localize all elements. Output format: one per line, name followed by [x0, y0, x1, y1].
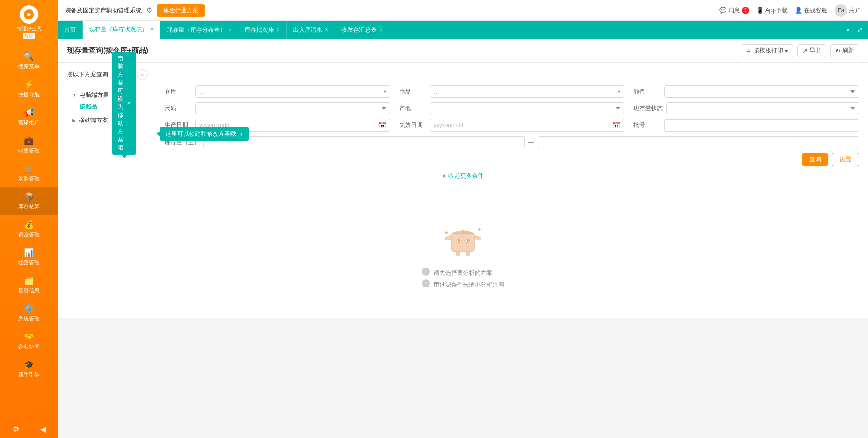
sidebar-item-label: 搜索菜单	[18, 63, 40, 71]
app-download-label: App下载	[765, 6, 788, 14]
origin-field: 产地	[399, 102, 625, 114]
sidebar-item-label: 营销推广	[18, 119, 40, 127]
marketing-icon: 📢	[24, 108, 34, 118]
top-header: 装备及固定资产辅助管理系统 ⚙ 体验行业方案 💬 消息 9 📱 App下载 👤 …	[58, 0, 868, 21]
trial-btn[interactable]: 体验行业方案	[157, 4, 205, 17]
back-btn[interactable]: «	[137, 69, 148, 80]
collapse-filter-btn[interactable]: ∧ 收起更多条件	[67, 168, 859, 184]
scheme-group-label: 电脑端方案	[80, 91, 109, 99]
stock-qty-max-input[interactable]	[538, 136, 859, 148]
sidebar-item-sales[interactable]: 💼 销售管理	[0, 131, 58, 159]
chevron-down-icon: ▾	[618, 89, 620, 94]
settings-gear-icon[interactable]: ⚙	[146, 6, 152, 14]
color-select[interactable]	[664, 85, 859, 98]
collapse-arrow-icon: ▼	[72, 93, 77, 98]
notification-label: 消息	[728, 6, 740, 14]
batch-no-input[interactable]	[664, 119, 859, 132]
export-icon: ↗	[802, 47, 807, 54]
app-download-btn[interactable]: 📱 App下载	[756, 6, 788, 14]
empty-step1: 1 请先选择要分析的方案	[422, 267, 504, 279]
tab-in-out-flow[interactable]: 出入库流水 ×	[287, 21, 335, 39]
size-field: 尺码	[165, 102, 390, 114]
sidebar-item-enterprise[interactable]: 🤝 企业协同	[0, 327, 58, 355]
expire-date-label: 失效日期	[399, 121, 426, 129]
sidebar-item-label: 系统管理	[18, 315, 40, 323]
size-label: 尺码	[165, 104, 192, 113]
tab-bar: 首页 现存量（库存状况表） × 现存量（库存分布表） × 库存批次账 × 出入库…	[58, 21, 868, 39]
tab-batch-ledger[interactable]: 库存批次账 ×	[238, 21, 287, 39]
close-all-tabs-btn[interactable]: ×	[844, 25, 852, 34]
svg-rect-8	[466, 251, 470, 256]
origin-select[interactable]	[430, 102, 625, 114]
sidebar-bottom: ⚙ ◀	[0, 420, 58, 438]
svg-rect-10	[474, 235, 481, 241]
enterprise-icon: 🤝	[24, 332, 34, 342]
main-area: 装备及固定资产辅助管理系统 ⚙ 体验行业方案 💬 消息 9 📱 App下载 👤 …	[58, 0, 868, 438]
sidebar-item-marketing[interactable]: 📢 营销推广	[0, 103, 58, 131]
sidebar-item-search[interactable]: 🔍 搜索菜单	[0, 47, 58, 75]
add-scheme-btn[interactable]: + 电脑方案可设为移动方案哦 ×	[112, 69, 123, 80]
warehouse-input[interactable]: ... ▾	[195, 85, 390, 98]
empty-illustration: ✦ ✦	[440, 217, 486, 258]
expire-date-input[interactable]: yyyy-mm-dd 📅	[430, 119, 625, 132]
mobile-icon: 📱	[756, 7, 764, 14]
step-num-2: 2	[422, 279, 430, 287]
tab-inventory-dist[interactable]: 现存量（库存分布表） ×	[160, 21, 238, 39]
expand-tab-btn[interactable]: ⤢	[855, 25, 864, 34]
tab-home[interactable]: 首页	[58, 21, 83, 39]
filter-area: 按以下方案查询 + 电脑方案可设为移动方案哦 ×	[58, 63, 868, 190]
sidebar-item-finance[interactable]: 💰 资金管理	[0, 215, 58, 243]
settings-btn[interactable]: ⚙	[13, 425, 19, 433]
refresh-btn[interactable]: ↻ 刷新	[830, 44, 859, 57]
filter-body: ▼ 电脑端方案 按照品 ▶ 移动端方案 这里可以	[67, 85, 859, 166]
export-btn[interactable]: ↗ 导出	[797, 44, 826, 57]
tab-close-inventory-status[interactable]: ×	[151, 26, 154, 33]
notification-btn[interactable]: 💬 消息 9	[719, 6, 749, 14]
template-print-btn[interactable]: 🖨 按模板打印 ▾	[741, 44, 793, 57]
size-select[interactable]	[195, 102, 390, 114]
tab-inventory-status[interactable]: 现存量（库存状况表） ×	[83, 21, 160, 39]
set-btn[interactable]: 设置	[832, 153, 859, 166]
collapse-arrow-icon-mobile: ▶	[72, 118, 76, 123]
stock-status-field: 现存量状态	[633, 102, 859, 114]
sidebar-item-inventory[interactable]: 📦 库存核算	[0, 187, 58, 215]
user-area[interactable]: Ea 用户	[835, 4, 861, 17]
sidebar-item-label: 销售管理	[18, 147, 40, 155]
sidebar: 畅通好生意 标版 🔍 搜索菜单 ⚡ 快捷导航 📢 营销推广 💼 销售管理 🛒 采…	[0, 0, 58, 438]
filter-header-actions: + 电脑方案可设为移动方案哦 × ↻	[112, 69, 148, 80]
stock-qty-min-input[interactable]	[203, 136, 525, 148]
sidebar-item-label: 基础信息	[18, 287, 40, 295]
goods-label: 商品	[399, 88, 426, 96]
svg-rect-9	[445, 235, 452, 241]
system-title: 装备及固定资产辅助管理系统	[65, 6, 142, 14]
svg-point-5	[458, 240, 460, 242]
sidebar-item-quicknav[interactable]: ⚡ 快捷导航	[0, 75, 58, 103]
sidebar-item-label: 库存核算	[18, 203, 40, 211]
sidebar-item-operations[interactable]: 📊 经营管理	[0, 243, 58, 271]
back-icon: «	[141, 71, 144, 78]
tab-close-inventory-dist[interactable]: ×	[228, 27, 231, 33]
goods-input[interactable]: ... ▾	[430, 85, 625, 98]
online-support-btn[interactable]: 👤 在线客服	[795, 6, 827, 14]
add-tooltip-close[interactable]: ×	[127, 99, 131, 107]
sidebar-item-system[interactable]: ⚙️ 系统管理	[0, 299, 58, 327]
collapse-sidebar-btn[interactable]: ◀	[40, 425, 46, 433]
filter-row1: 仓库 ... ▾ 商品 ... ▾	[165, 85, 859, 98]
sales-icon: 💼	[24, 136, 34, 146]
empty-step2: 2 用过滤条件来缩小分析范围	[422, 279, 504, 291]
tab-close-batch-ledger[interactable]: ×	[277, 27, 280, 33]
stock-status-select[interactable]	[666, 102, 859, 114]
search-btn[interactable]: 查询	[802, 153, 828, 166]
operations-icon: 📊	[24, 248, 34, 258]
sidebar-item-guide[interactable]: 🎓 新手引导	[0, 355, 58, 383]
tab-recv-send-summary[interactable]: 收发存汇总表 ×	[335, 21, 389, 39]
tab-close-recv-send-summary[interactable]: ×	[379, 27, 382, 33]
edit-tooltip-close[interactable]: ×	[240, 131, 243, 137]
notification-icon: 💬	[719, 7, 726, 14]
batch-no-field: 批号	[633, 119, 859, 132]
tab-close-in-out-flow[interactable]: ×	[325, 27, 328, 33]
sidebar-item-purchase[interactable]: 🛒 采购管理	[0, 159, 58, 187]
sidebar-item-basic[interactable]: 🗂️ 基础信息	[0, 271, 58, 299]
edit-tooltip: 这里可以创建和修改方案哦 ×	[160, 127, 249, 141]
chevron-down-icon: ▾	[384, 89, 386, 94]
